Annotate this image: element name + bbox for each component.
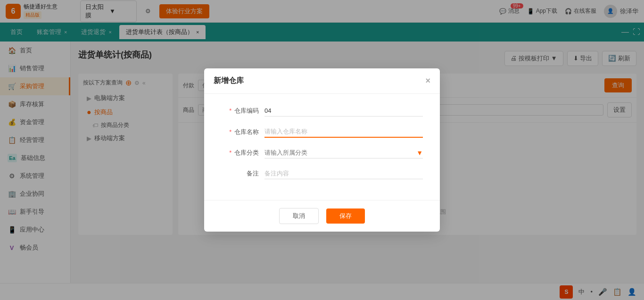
name-input[interactable] bbox=[264, 126, 423, 138]
note-input[interactable] bbox=[264, 168, 423, 179]
category-input[interactable] bbox=[264, 147, 416, 158]
cancel-btn[interactable]: 取消 bbox=[279, 208, 319, 224]
modal-close-btn[interactable]: × bbox=[425, 76, 430, 86]
category-select-wrap: ▼ bbox=[264, 147, 423, 158]
note-label: 备注 bbox=[221, 169, 259, 178]
form-item-name: * 仓库名称 bbox=[221, 126, 423, 138]
name-label: * 仓库名称 bbox=[221, 128, 259, 136]
form-item-code: * 仓库编码 bbox=[221, 105, 423, 117]
category-label: * 仓库分类 bbox=[221, 149, 259, 157]
modal-body: * 仓库编码 * 仓库名称 * 仓库分类 bbox=[204, 94, 440, 200]
save-btn[interactable]: 保存 bbox=[326, 208, 365, 224]
form-item-note: 备注 bbox=[221, 168, 423, 179]
code-input[interactable] bbox=[264, 105, 423, 117]
modal-footer: 取消 保存 bbox=[204, 200, 440, 232]
category-dropdown-icon[interactable]: ▼ bbox=[416, 149, 423, 157]
modal-add-warehouse: 新增仓库 × * 仓库编码 * 仓库名称 bbox=[204, 68, 440, 232]
form-item-category: * 仓库分类 ▼ bbox=[221, 147, 423, 158]
code-label: * 仓库编码 bbox=[221, 107, 259, 115]
modal-header: 新增仓库 × bbox=[204, 68, 440, 94]
modal-title: 新增仓库 bbox=[214, 76, 244, 86]
modal-overlay: 新增仓库 × * 仓库编码 * 仓库名称 bbox=[0, 0, 644, 300]
